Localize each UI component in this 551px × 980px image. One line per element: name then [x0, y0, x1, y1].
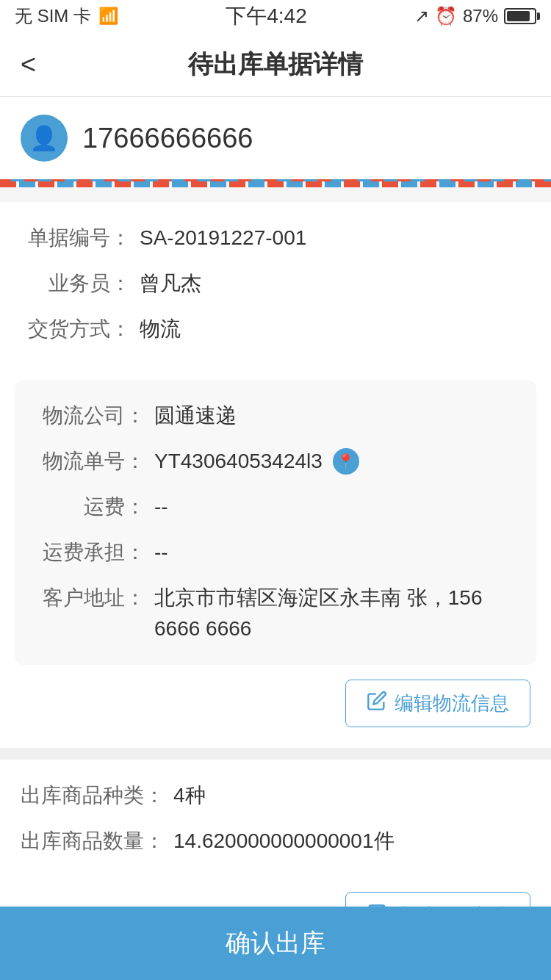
order-number-value: SA-20191227-001 — [140, 223, 530, 253]
logistics-company-label: 物流公司： — [35, 400, 145, 431]
customer-header: 👤 17666666666 — [0, 97, 551, 181]
logistics-company-row: 物流公司： 圆通速递 — [35, 400, 516, 431]
freight-bearer-label: 运费承担： — [35, 537, 145, 568]
section-separator-1 — [0, 748, 551, 760]
edit-logistics-container: 编辑物流信息 — [0, 665, 551, 748]
order-number-row: 单据编号： SA-20191227-001 — [21, 223, 530, 253]
avatar: 👤 — [21, 115, 68, 162]
dashed-divider — [0, 181, 551, 187]
battery-fill — [507, 11, 530, 21]
freight-bearer-row: 运费承担： -- — [35, 537, 516, 568]
time-label: 下午4:42 — [226, 2, 307, 30]
battery-icon — [504, 8, 536, 24]
address-row: 客户地址： 北京市市辖区海淀区永丰南 张，156 6666 6666 — [35, 583, 516, 644]
content: 👤 17666666666 单据编号： SA-20191227-001 业务员：… — [0, 97, 551, 980]
goods-types-value: 4种 — [173, 780, 530, 811]
edit-logistics-button[interactable]: 编辑物流信息 — [345, 680, 530, 727]
goods-quantity-label: 出库商品数量： — [21, 826, 165, 857]
freight-label: 运费： — [35, 491, 145, 522]
salesperson-value: 曾凡杰 — [140, 268, 530, 299]
alarm-icon: ⏰ — [435, 6, 457, 26]
page-title: 待出库单据详情 — [188, 48, 363, 82]
delivery-row: 交货方式： 物流 — [21, 314, 530, 345]
freight-row: 运费： -- — [35, 491, 516, 522]
back-button[interactable]: < — [21, 49, 36, 80]
edit-icon — [367, 691, 387, 716]
edit-logistics-label: 编辑物流信息 — [395, 691, 509, 716]
salesperson-row: 业务员： 曾凡杰 — [21, 268, 530, 299]
location-icon: ↗ — [414, 6, 429, 26]
logistics-card: 物流公司： 圆通速递 物流单号： YT43064053424l3 📍 运费： -… — [15, 380, 536, 665]
salesperson-label: 业务员： — [21, 268, 131, 299]
goods-types-label: 出库商品种类： — [21, 780, 165, 811]
order-number-label: 单据编号： — [21, 223, 131, 253]
confirm-bar[interactable]: 确认出库 — [0, 907, 551, 980]
tracking-row: 物流单号： YT43064053424l3 📍 — [35, 446, 516, 477]
tracking-value: YT43064053424l3 📍 — [154, 446, 516, 477]
confirm-button-label: 确认出库 — [226, 926, 325, 960]
customer-phone: 17666666666 — [82, 123, 253, 154]
wifi-icon: 📶 — [98, 7, 118, 26]
carrier-label: 无 SIM 卡 — [15, 4, 91, 28]
goods-quantity-row: 出库商品数量： 14.620000000000001件 — [21, 826, 530, 857]
logistics-company-value: 圆通速递 — [154, 400, 516, 431]
delivery-value: 物流 — [140, 314, 530, 345]
logistics-wrapper: 物流公司： 圆通速递 物流单号： YT43064053424l3 📍 运费： -… — [0, 365, 551, 748]
order-info-section: 单据编号： SA-20191227-001 业务员： 曾凡杰 交货方式： 物流 — [0, 202, 551, 365]
avatar-icon: 👤 — [29, 124, 59, 152]
status-right: ↗ ⏰ 87% — [414, 6, 536, 26]
battery-percent: 87% — [463, 6, 498, 26]
tracking-label: 物流单号： — [35, 446, 145, 477]
status-left: 无 SIM 卡 📶 — [15, 4, 118, 28]
goods-section: 出库商品种类： 4种 出库商品数量： 14.620000000000001件 — [0, 760, 551, 877]
goods-quantity-value: 14.620000000000001件 — [173, 826, 530, 857]
goods-types-row: 出库商品种类： 4种 — [21, 780, 530, 811]
address-label: 客户地址： — [35, 583, 145, 613]
delivery-label: 交货方式： — [21, 314, 131, 345]
freight-bearer-value: -- — [154, 537, 516, 568]
tracking-location-icon[interactable]: 📍 — [333, 448, 359, 475]
tracking-number: YT43064053424l3 — [154, 446, 323, 477]
nav-bar: < 待出库单据详情 — [0, 32, 551, 97]
address-value: 北京市市辖区海淀区永丰南 张，156 6666 6666 — [154, 583, 516, 644]
status-bar: 无 SIM 卡 📶 下午4:42 ↗ ⏰ 87% — [0, 0, 551, 32]
freight-value: -- — [154, 491, 516, 522]
